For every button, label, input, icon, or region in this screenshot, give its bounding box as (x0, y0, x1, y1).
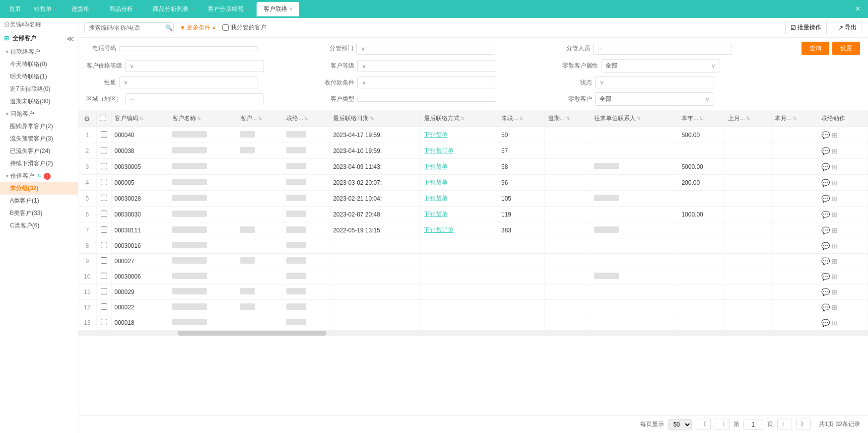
th-no-contact[interactable]: 未联... (498, 110, 545, 127)
group-pending-contact[interactable]: ▾ 待联络客户 (0, 46, 78, 58)
next-page-btn[interactable]: 〉 (777, 419, 792, 430)
col-sort-this-month[interactable]: 本月... (775, 114, 815, 123)
row-check[interactable] (96, 254, 111, 269)
cust-type-input[interactable] (357, 97, 496, 102)
row-check[interactable] (96, 315, 111, 331)
col-sort-type[interactable]: 客户... (240, 114, 280, 123)
message-icon[interactable]: 💬 (821, 163, 830, 171)
message-icon[interactable]: 💬 (821, 303, 830, 311)
sidebar-item-overdue[interactable]: 逾期未联络(30) (0, 95, 78, 108)
close-tab-customer-contact[interactable]: × (289, 6, 292, 12)
message-icon[interactable]: 💬 (821, 242, 830, 250)
row-check[interactable] (96, 269, 111, 285)
more-filters-btn[interactable]: ▼ 更多条件 ▲ (180, 23, 216, 32)
col-sort-contact-person[interactable]: 往来单位联系人 (594, 114, 675, 123)
contact-method-link[interactable]: 下销货单 (424, 131, 448, 138)
filter-search-icon[interactable]: 🔍 (165, 24, 173, 31)
nature-select[interactable]: ∨ (119, 76, 258, 88)
sidebar-item-churn-warning[interactable]: 流失预警客户(3) (0, 133, 78, 145)
col-sort-this-year[interactable]: 本年... (681, 114, 722, 123)
close-tab-purchase[interactable]: × (91, 6, 94, 12)
grid-action-icon[interactable]: ⊞ (832, 303, 838, 311)
contact-method-link[interactable]: 下销货单 (424, 195, 448, 202)
nav-tab-customer-contact[interactable]: 客户联络 × (257, 2, 299, 16)
th-contact-person[interactable]: 往来单位联系人 (591, 110, 678, 127)
close-tab-analysis-list[interactable]: × (191, 6, 194, 12)
refresh-icon[interactable]: ↻ (37, 173, 42, 179)
th-last-date[interactable]: 最后联络日期 (330, 110, 421, 127)
sidebar-item-today[interactable]: 今天待联络(0) (0, 58, 78, 71)
grid-action-icon[interactable]: ⊞ (832, 257, 838, 265)
grid-action-icon[interactable]: ⊞ (832, 131, 838, 139)
th-code[interactable]: 客户编码 (111, 110, 169, 127)
grid-action-icon[interactable]: ⊞ (832, 163, 838, 171)
close-tab-analysis[interactable]: × (135, 6, 138, 12)
col-sort-no-contact[interactable]: 未联... (501, 114, 541, 123)
contact-method-link[interactable]: 下销货单 (424, 211, 448, 217)
sidebar-item-ungroup[interactable]: 未分组(32) (0, 182, 78, 195)
nav-tab-purchase[interactable]: 进货单 × (65, 2, 101, 16)
nav-home[interactable]: 首页 (4, 2, 26, 16)
export-btn[interactable]: ↗ 导出 (833, 21, 862, 34)
settings-icon[interactable]: ⚙ (84, 115, 90, 123)
grid-action-icon[interactable]: ⊞ (832, 288, 838, 296)
sidebar-item-c-class[interactable]: C类客户(6) (0, 219, 78, 232)
th-contact[interactable]: 联络... (283, 110, 330, 127)
sidebar-item-a-class[interactable]: A类客户(1) (0, 195, 78, 207)
grid-action-icon[interactable]: ⊞ (832, 226, 838, 234)
dept-select[interactable]: ∨ (356, 43, 495, 55)
my-customers-filter[interactable]: 我分管的客户 (222, 23, 267, 32)
th-this-year[interactable]: 本年... (678, 110, 725, 127)
message-icon[interactable]: 💬 (821, 257, 830, 265)
scroll-thumb[interactable] (178, 331, 327, 336)
batch-ops-btn[interactable]: ☑ 批量操作 (785, 21, 827, 34)
row-check[interactable] (96, 222, 111, 238)
col-sort-last-month[interactable]: 上月... (728, 114, 768, 123)
close-tab-sales[interactable]: × (54, 6, 57, 12)
sidebar-item-churned[interactable]: 已流失客户(24) (0, 145, 78, 157)
payment-select[interactable]: ∨ (357, 76, 496, 88)
th-overdue[interactable]: 逾期... (544, 110, 591, 127)
th-type[interactable]: 客户... (237, 110, 283, 127)
query-btn[interactable]: 查询 (801, 42, 829, 55)
col-sort-last-method[interactable]: 最后联络方式 (424, 114, 495, 123)
row-check[interactable] (96, 175, 111, 191)
message-icon[interactable]: 💬 (821, 288, 830, 296)
grid-action-icon[interactable]: ⊞ (832, 273, 838, 281)
cust-grade-select[interactable]: ∨ (357, 60, 496, 72)
scroll-track[interactable] (78, 331, 868, 336)
group-value-customers[interactable]: ▾ 价值客户 ↻ ! (0, 170, 78, 182)
nav-tab-analysis-list[interactable]: 商品分析列表 × (146, 2, 200, 16)
last-page-btn[interactable]: 》 (796, 419, 811, 430)
sidebar-item-abnormal[interactable]: 囤购异常客户(2) (0, 120, 78, 133)
grid-action-icon[interactable]: ⊞ (832, 179, 838, 187)
col-sort-code[interactable]: 客户编码 (115, 114, 166, 123)
my-customers-checkbox[interactable] (222, 24, 229, 31)
per-page-select[interactable]: 50 (668, 419, 692, 430)
all-customers-header[interactable]: ⊞ 全部客户 ≪ (0, 31, 78, 46)
reset-btn[interactable]: 设置 (832, 42, 860, 55)
message-icon[interactable]: 💬 (821, 195, 830, 203)
filter-search-input[interactable] (89, 24, 163, 31)
group-problem-customers[interactable]: ▾ 问题客户 (0, 108, 78, 120)
th-this-month[interactable]: 本月... (771, 110, 818, 127)
window-close-btn[interactable]: × (852, 2, 864, 15)
row-check[interactable] (96, 207, 111, 222)
message-icon[interactable]: 💬 (821, 226, 830, 234)
row-check[interactable] (96, 300, 111, 315)
col-sort-contact[interactable]: 联络... (286, 114, 327, 123)
prev-page-btn[interactable]: 〈 (715, 419, 730, 430)
th-settings[interactable]: ⚙ (78, 110, 96, 127)
message-icon[interactable]: 💬 (821, 273, 830, 281)
row-check[interactable] (96, 238, 111, 254)
message-icon[interactable]: 💬 (821, 179, 830, 187)
first-page-btn[interactable]: 《 (696, 419, 711, 430)
grid-action-icon[interactable]: ⊞ (832, 211, 838, 218)
sidebar-item-b-class[interactable]: B类客户(33) (0, 207, 78, 219)
row-check[interactable] (96, 285, 111, 300)
grid-action-icon[interactable]: ⊞ (832, 319, 838, 327)
nav-tab-customer-tier[interactable]: 客户分层经营 × (201, 2, 256, 16)
person-input[interactable]: ··· (593, 43, 732, 55)
sidebar-item-tomorrow[interactable]: 明天待联络(1) (0, 71, 78, 83)
price-grade-select[interactable]: ∨ (125, 60, 264, 72)
